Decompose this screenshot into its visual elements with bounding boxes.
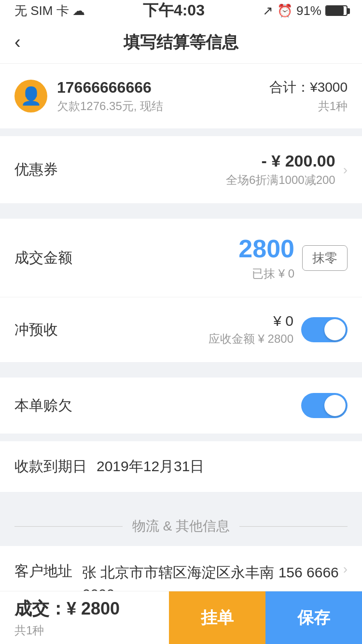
page-title: 填写结算等信息 — [124, 31, 238, 54]
status-bar: 无 SIM 卡 ☁ 下午4:03 ↗ ⏰ 91% — [0, 0, 362, 21]
bottom-summary: 成交：¥ 2800 共1种 — [0, 597, 169, 638]
coupon-row[interactable]: 优惠券 - ¥ 200.00 全场6折满1000减200 › — [0, 136, 362, 203]
prepay-label: 冲预收 — [14, 320, 58, 340]
deal-section: 成交金额 2800 已抹 ¥ 0 抹零 冲预收 ¥ 0 应收金额 ¥ 2800 — [0, 219, 362, 362]
header: ‹ 填写结算等信息 — [0, 21, 362, 64]
separator-3 — [0, 500, 362, 507]
debt-right — [301, 393, 348, 418]
bottom-count: 共1种 — [14, 623, 154, 638]
bottom-bar: 成交：¥ 2800 共1种 挂单 保存 — [0, 591, 362, 644]
chevron-right-icon: › — [343, 162, 348, 178]
round-button[interactable]: 抹零 — [302, 245, 348, 271]
address-chevron-icon: › — [343, 561, 348, 577]
prepay-receivable: 应收金额 ¥ 2800 — [209, 331, 293, 347]
alarm-icon: ⏰ — [277, 3, 292, 18]
save-button[interactable]: 保存 — [265, 591, 362, 644]
debt-row: 本单赊欠 — [0, 378, 362, 434]
coupon-desc: 全场6折满1000减200 — [226, 172, 335, 188]
status-time: 下午4:03 — [143, 0, 205, 21]
divider-line-right — [239, 526, 348, 527]
user-right: 合计：¥3000 共1种 — [269, 78, 348, 114]
sim-signal: 无 SIM 卡 ☁ — [14, 2, 85, 19]
debt-label: 本单赊欠 — [14, 396, 72, 416]
coupon-value: - ¥ 200.00 — [226, 152, 335, 170]
address-label: 客户地址 — [14, 561, 72, 581]
user-info: 17666666666 欠款1276.35元, 现结 — [57, 79, 163, 114]
coupon-section: 优惠券 - ¥ 200.00 全场6折满1000减200 › — [0, 136, 362, 203]
debt-toggle[interactable] — [301, 393, 348, 418]
avatar: 👤 — [14, 80, 47, 112]
status-right: ↗ ⏰ 91% — [263, 3, 348, 18]
hang-button[interactable]: 挂单 — [169, 591, 265, 644]
separator-2 — [0, 370, 362, 378]
logistics-divider: 物流 & 其他信息 — [0, 507, 362, 545]
prepay-amount: ¥ 0 — [209, 313, 293, 329]
bottom-deal: 成交：¥ 2800 — [14, 597, 154, 621]
back-button[interactable]: ‹ — [14, 32, 21, 53]
bottom-deal-label: 成交： — [14, 599, 67, 618]
due-date-label: 收款到期日 — [14, 457, 87, 476]
user-card: 👤 17666666666 欠款1276.35元, 现结 合计：¥3000 共1… — [0, 64, 362, 128]
coupon-value-col: - ¥ 200.00 全场6折满1000减200 — [226, 152, 335, 188]
user-phone: 17666666666 — [57, 79, 163, 97]
coupon-right: - ¥ 200.00 全场6折满1000减200 › — [226, 152, 348, 188]
user-debt: 欠款1276.35元, 现结 — [57, 98, 163, 114]
prepay-row: 冲预收 ¥ 0 应收金额 ¥ 2800 — [0, 297, 362, 362]
deal-amount-label: 成交金额 — [14, 248, 72, 268]
total-count: 共1种 — [269, 98, 348, 114]
bottom-deal-value: ¥ 2800 — [67, 599, 120, 618]
divider-line-left — [14, 526, 123, 527]
deal-amount-col: 2800 已抹 ¥ 0 — [238, 234, 294, 281]
separator-1 — [0, 211, 362, 219]
battery-percent: 91% — [296, 3, 321, 18]
debt-toggle-thumb — [324, 395, 346, 416]
prepay-right: ¥ 0 应收金额 ¥ 2800 — [209, 313, 348, 347]
due-date-row: 收款到期日 2019年12月31日 — [0, 441, 362, 492]
user-left: 👤 17666666666 欠款1276.35元, 现结 — [14, 79, 163, 114]
coupon-label: 优惠券 — [14, 160, 58, 180]
total-label: 合计：¥3000 — [269, 78, 348, 97]
status-left: 无 SIM 卡 ☁ — [14, 2, 85, 19]
deal-sub: 已抹 ¥ 0 — [238, 266, 294, 281]
prepay-amount-col: ¥ 0 应收金额 ¥ 2800 — [209, 313, 293, 347]
content: 👤 17666666666 欠款1276.35元, 现结 合计：¥3000 共1… — [0, 64, 362, 644]
due-date-value: 2019年12月31日 — [97, 457, 204, 476]
logistics-label: 物流 & 其他信息 — [132, 517, 230, 535]
toggle-thumb — [324, 319, 346, 340]
battery-icon — [325, 5, 348, 16]
debt-section: 本单赊欠 — [0, 378, 362, 434]
prepay-toggle[interactable] — [301, 317, 348, 342]
deal-amount-value: 2800 — [238, 234, 294, 263]
location-icon: ↗ — [263, 3, 273, 18]
deal-amount-row: 成交金额 2800 已抹 ¥ 0 抹零 — [0, 219, 362, 297]
deal-amount-right: 2800 已抹 ¥ 0 抹零 — [238, 234, 348, 281]
